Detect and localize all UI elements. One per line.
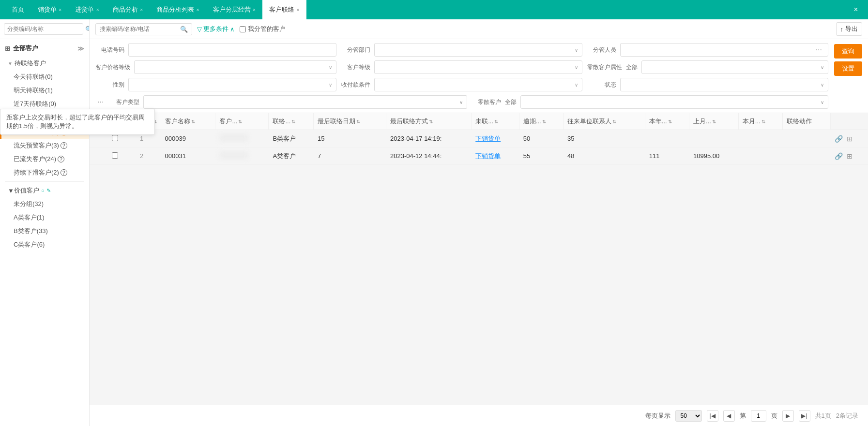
sidebar-label-declining: 持续下滑客户(2) [14, 168, 59, 177]
sidebar-item-today[interactable]: 今天待联络(0) [0, 70, 89, 84]
filter-search-input[interactable] [100, 26, 177, 32]
nav-close-sales[interactable]: × [59, 7, 61, 13]
per-page-select[interactable]: 50 20 100 [675, 410, 702, 422]
nav-item-home[interactable]: 首页 [5, 0, 31, 19]
payment-select[interactable]: ∨ [374, 78, 582, 91]
sidebar-item-a-class[interactable]: A类客户(1) [0, 211, 89, 224]
sort-icon-overdue[interactable]: ⇅ [542, 119, 546, 124]
row2-settings [90, 147, 107, 165]
retail-customer-select[interactable]: ∨ [520, 95, 828, 109]
filter-row-2: 客户价格等级 ∨ 客户等级 ∨ [95, 60, 828, 74]
page-input[interactable] [751, 410, 766, 422]
gender-select[interactable]: ∨ [128, 78, 336, 91]
sidebar-collapse-btn[interactable]: ≫ [77, 45, 84, 52]
row2-current-month [783, 147, 831, 165]
status-select[interactable]: ∨ [620, 78, 828, 91]
sidebar-group-header-pending[interactable]: ▼ 待联络客户 [0, 57, 89, 70]
sort-icon-type[interactable]: ⇅ [238, 119, 242, 124]
nav-close-customer-tier[interactable]: × [253, 7, 256, 13]
sidebar-search-icon[interactable]: 🔍 [85, 26, 90, 33]
sidebar-all-customers[interactable]: ⊞ 全部客户 ≫ [0, 41, 89, 56]
retail-attr-select[interactable]: ∨ [641, 60, 828, 74]
row1-grid-icon[interactable]: ⊞ [847, 135, 853, 143]
export-button[interactable]: ↑ 导出 [836, 22, 863, 36]
nav-item-customer-contact[interactable]: 客户联络 × [262, 0, 306, 19]
more-conditions-label: 更多条件 [203, 25, 228, 33]
row1-name-blurred [219, 134, 248, 142]
first-page-btn[interactable]: |◀ [707, 410, 718, 422]
row1-link-icon[interactable]: 🔗 [835, 135, 843, 143]
sidebar-item-churned[interactable]: 已流失客户(24) ? [0, 152, 89, 166]
nav-item-sales[interactable]: 销货单 × [31, 0, 68, 19]
row2-method-link[interactable]: 下销货单 [475, 152, 501, 160]
next-page-btn[interactable]: ▶ [782, 410, 794, 422]
sidebar-search-input[interactable] [4, 23, 83, 35]
filter-row-1: 电话号码 分管部门 ∨ 分管人员 [95, 43, 828, 57]
sort-icon-uncontacted[interactable]: ⇅ [494, 119, 498, 124]
sidebar-item-c-class[interactable]: C类客户(6) [0, 238, 89, 251]
sort-icon-date[interactable]: ⇅ [356, 119, 360, 124]
filter-field-gender: 性别 ∨ [95, 78, 336, 91]
sidebar-item-b-class[interactable]: B类客户(33) [0, 224, 89, 238]
value-customer-edit-icon[interactable]: ○ [41, 188, 45, 193]
row2-link-icon[interactable]: 🔗 [835, 152, 843, 160]
table-scroll-wrapper[interactable]: ⚙ 客户编码⇅ 客户名称⇅ 客户...⇅ 联络...⇅ 最后联络日期⇅ 最后联络… [90, 113, 868, 405]
query-btn-area: 查询 设置 [834, 44, 862, 76]
window-close-button[interactable]: × [849, 0, 863, 19]
row1-checkbox[interactable] [112, 135, 118, 141]
prev-page-btn[interactable]: ◀ [723, 410, 735, 422]
nav-close-purchase[interactable]: × [96, 7, 99, 13]
chevron-down-icon: ∧ [230, 26, 235, 33]
nav-item-purchase[interactable]: 进货单 × [68, 0, 106, 19]
last-page-btn[interactable]: ▶| [799, 410, 810, 422]
branch-dept-select[interactable]: ∨ [374, 43, 582, 57]
more-conditions-btn[interactable]: ▽ 更多条件 ∧ [197, 25, 235, 33]
sidebar-item-declining[interactable]: 持续下滑客户(2) ? [0, 166, 89, 179]
sort-icon-current-month[interactable]: ⇅ [761, 119, 765, 124]
nav-label-customer-tier: 客户分层经营 [213, 5, 251, 14]
phone-input[interactable] [128, 43, 336, 57]
filter-search-icon[interactable]: 🔍 [180, 26, 188, 33]
nav-close-product-list[interactable]: × [196, 7, 199, 13]
sidebar-item-ungroup[interactable]: 未分组(32) [0, 197, 89, 211]
more-dots-btn[interactable]: ··· [95, 98, 106, 106]
filter-field-payment: 收付款条件 ∨ [341, 78, 582, 91]
my-customers-check[interactable] [240, 26, 246, 32]
sort-icon-name[interactable]: ⇅ [191, 119, 195, 124]
sort-icon-contact[interactable]: ⇅ [291, 119, 295, 124]
nav-label-purchase: 进货单 [75, 5, 94, 14]
row2-grid-icon[interactable]: ⊞ [847, 152, 853, 160]
sort-icon-method[interactable]: ⇅ [429, 119, 433, 124]
row2-name [215, 147, 269, 165]
row1-method-link[interactable]: 下销货单 [475, 135, 501, 142]
settings-button[interactable]: 设置 [834, 61, 862, 76]
price-level-select[interactable]: ∨ [134, 60, 336, 74]
row2-check[interactable] [107, 147, 122, 165]
branch-person-select[interactable]: ··· [620, 43, 828, 57]
chevron-price-level: ∨ [329, 65, 332, 70]
per-page-label: 每页显示 [645, 411, 670, 420]
dots-icon-branch[interactable]: ··· [814, 45, 824, 54]
sidebar-item-churn-warning[interactable]: 流失预警客户(3) ? [0, 139, 89, 152]
filter-field-branch-dept: 分管部门 ∨ [341, 43, 582, 57]
sort-icon-last-month[interactable]: ⇅ [712, 119, 716, 124]
row2-checkbox[interactable] [112, 152, 118, 159]
arrow-icon-pending: ▼ [8, 61, 13, 66]
filter-field-branch-person: 分管人员 ··· [587, 43, 828, 57]
nav-item-product-list[interactable]: 商品分析列表 × [150, 0, 206, 19]
sidebar-item-tomorrow[interactable]: 明天待联络(1) [0, 84, 89, 97]
customer-type-select[interactable]: ∨ [143, 95, 467, 109]
nav-close-product-analysis[interactable]: × [140, 7, 143, 13]
sidebar-item-label-tomorrow: 明天待联络(1) [14, 86, 53, 95]
nav-item-product-analysis[interactable]: 商品分析 × [106, 0, 150, 19]
nav-item-customer-tier[interactable]: 客户分层经营 × [206, 0, 262, 19]
row1-overdue: 35 [563, 130, 645, 147]
sort-icon-year[interactable]: ⇅ [668, 119, 672, 124]
customer-level-select[interactable]: ∨ [374, 60, 582, 74]
value-customer-header[interactable]: ▼ 价值客户 ○ ✎ [0, 184, 89, 197]
nav-close-customer-contact[interactable]: × [296, 7, 299, 13]
value-customer-edit2-icon[interactable]: ✎ [46, 188, 51, 194]
query-button[interactable]: 查询 [834, 44, 862, 59]
status-label: 状态 [587, 81, 616, 89]
sort-icon-unit[interactable]: ⇅ [612, 119, 616, 124]
